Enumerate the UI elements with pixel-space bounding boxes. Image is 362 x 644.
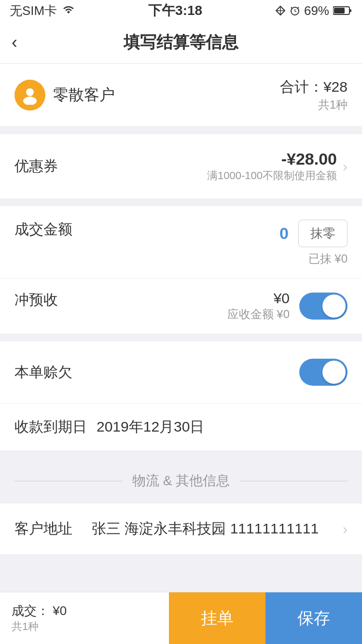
customer-row: 零散客户 合计：¥28 共1种 [0, 64, 362, 126]
page-title: 填写结算等信息 [124, 31, 238, 54]
coupon-row[interactable]: 优惠券 -¥28.00 满1000-100不限制使用金额 › [0, 134, 362, 198]
location-icon [275, 5, 286, 16]
status-left: 无SIM卡 [10, 2, 75, 19]
address-label: 客户地址 [14, 519, 72, 539]
address-value: 张三 海淀永丰科技园 11111111111 [92, 519, 343, 539]
bottom-count: 共1种 [12, 619, 157, 634]
bottom-info: 成交： ¥0 共1种 [0, 592, 169, 644]
debt-toggle-knob [322, 361, 346, 384]
bottom-bar: 成交： ¥0 共1种 挂单 保存 [0, 592, 362, 644]
customer-name: 零散客户 [53, 84, 115, 106]
customer-section: 零散客户 合计：¥28 共1种 [0, 64, 362, 126]
deal-amount-section: 成交金额 0 抹零 已抹 ¥0 冲预收 ¥0 应收金额 ¥0 [0, 206, 362, 334]
nav-bar: ‹ 填写结算等信息 [0, 21, 362, 64]
customer-left: 零散客户 [14, 80, 115, 111]
debt-section: 本单赊欠 收款到期日 2019年12月30日 [0, 341, 362, 450]
due-date-value: 2019年12月30日 [97, 417, 204, 437]
debt-row: 本单赊欠 [0, 341, 362, 403]
back-button[interactable]: ‹ [12, 32, 17, 53]
coupon-section[interactable]: 优惠券 -¥28.00 满1000-100不限制使用金额 › [0, 134, 362, 198]
address-section[interactable]: 客户地址 张三 海淀永丰科技园 11111111111 › [0, 504, 362, 554]
logistics-label: 物流 & 其他信息 [132, 472, 230, 490]
prepaid-label: 冲预收 [14, 290, 58, 310]
deal-amount-label: 成交金额 [14, 220, 72, 239]
deal-amount-value[interactable]: 0 [279, 224, 289, 243]
no-sim-text: 无SIM卡 [10, 2, 57, 19]
prepaid-right: ¥0 应收金额 ¥0 [227, 290, 348, 322]
address-chevron-icon: › [343, 521, 348, 537]
deal-amount-row: 成交金额 0 抹零 [0, 206, 362, 251]
wifi-icon [62, 6, 75, 15]
due-date-row[interactable]: 收款到期日 2019年12月30日 [0, 403, 362, 450]
svg-rect-2 [349, 9, 351, 12]
deal-amount-sub: 已抹 ¥0 [0, 251, 362, 278]
logistics-divider: 物流 & 其他信息 [0, 458, 362, 504]
status-right: 69% [275, 3, 352, 18]
due-date-label: 收款到期日 [14, 417, 87, 437]
debt-toggle[interactable] [299, 359, 348, 386]
bottom-deal: 成交： ¥0 [12, 602, 157, 619]
deal-amount-right: 0 抹零 [279, 220, 348, 247]
address-row[interactable]: 客户地址 张三 海淀永丰科技园 11111111111 › [0, 504, 362, 554]
hang-button[interactable]: 挂单 [169, 592, 265, 644]
bottom-deal-label: 成交： [12, 603, 49, 618]
battery-text: 69% [304, 3, 329, 18]
total-amount: 合计：¥28 [280, 77, 348, 97]
coupon-amount: -¥28.00 [207, 150, 337, 168]
prepaid-toggle[interactable] [299, 293, 348, 320]
coupon-value-block: -¥28.00 满1000-100不限制使用金额 [207, 150, 337, 183]
prepaid-amount: ¥0 [227, 290, 290, 307]
toggle-knob [322, 294, 346, 318]
battery-icon [333, 6, 352, 15]
chevron-right-icon: › [343, 158, 348, 175]
svg-point-5 [23, 97, 37, 105]
divider-left [14, 481, 123, 481]
bottom-deal-value: ¥0 [53, 603, 67, 618]
svg-point-4 [26, 88, 34, 96]
coupon-desc: 满1000-100不限制使用金额 [207, 168, 337, 183]
save-button[interactable]: 保存 [265, 592, 362, 644]
status-bar: 无SIM卡 下午3:18 69% [0, 0, 362, 21]
debt-label: 本单赊欠 [14, 363, 72, 382]
alarm-icon [290, 5, 300, 16]
coupon-right: -¥28.00 满1000-100不限制使用金额 › [207, 150, 348, 183]
avatar [14, 80, 45, 111]
status-time: 下午3:18 [148, 1, 202, 20]
total-count: 共1种 [280, 97, 348, 112]
coupon-label: 优惠券 [14, 156, 58, 176]
svg-rect-3 [334, 8, 345, 14]
customer-total: 合计：¥28 共1种 [280, 77, 348, 112]
prepaid-row: 冲预收 ¥0 应收金额 ¥0 [0, 278, 362, 334]
prepaid-values: ¥0 应收金额 ¥0 [227, 290, 290, 322]
divider-right [239, 481, 348, 481]
round-button[interactable]: 抹零 [298, 220, 348, 247]
prepaid-receivable: 应收金额 ¥0 [227, 307, 290, 322]
